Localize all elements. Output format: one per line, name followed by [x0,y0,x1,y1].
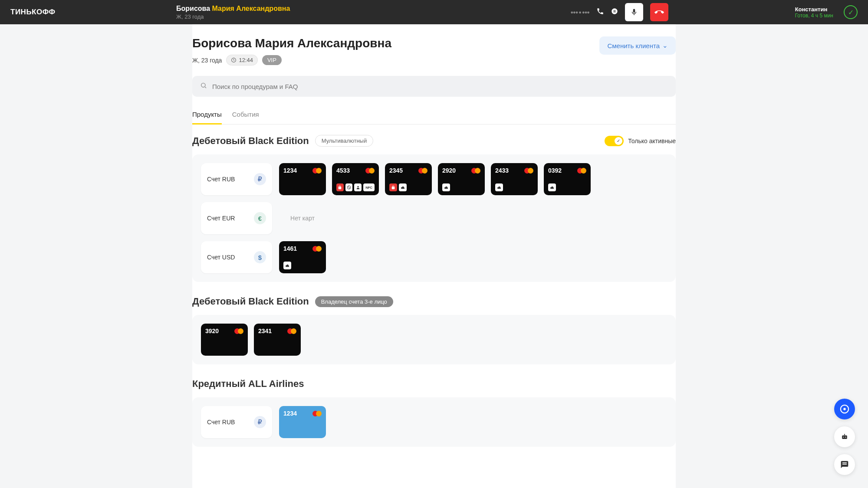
account-tile[interactable]: Счет RUB ₽ [201,163,272,195]
account-label: Счет RUB [207,419,235,426]
cards-strip: 1461 [279,241,326,273]
tab-events[interactable]: События [232,107,259,124]
mastercard-icon [577,168,586,174]
app-header: ТИНЬКОФФ Борисова Мария Александровна Ж,… [0,0,868,24]
card-tile[interactable]: 2433 [491,163,538,195]
phone-incoming-icon[interactable] [596,7,604,17]
mastercard-icon [312,168,322,174]
operator-name: Константин [795,6,833,13]
card-tile[interactable]: 2341 [254,324,301,356]
toggle-label: Только активные [628,138,676,144]
profile-meta-row: Ж, 23 года 12:44 VIP [192,55,391,66]
card-tile[interactable]: 4533 NFC [332,163,379,195]
section-title: Кредитный ALL Airlines [192,378,304,390]
account-label: Счет RUB [207,176,235,183]
search-box[interactable] [192,76,676,97]
header-first-mid: Мария Александровна [212,5,290,12]
card-last4: 1461 [283,245,297,252]
account-label: Счет USD [207,254,235,261]
currency-icon: ₽ [254,416,266,428]
active-only-toggle[interactable]: ✓ [605,136,624,146]
account-tile[interactable]: Счет RUB ₽ [201,406,272,438]
card-last4: 2433 [495,167,509,174]
mastercard-icon [524,168,533,174]
svg-point-3 [357,186,358,187]
card-tile[interactable]: 2920 [438,163,485,195]
clock-icon [231,57,237,63]
mastercard-icon [312,246,322,252]
local-time-pill: 12:44 [226,55,258,66]
mastercard-icon [234,328,243,334]
section-header: Дебетовый Black Edition Мультивалютный ✓… [192,135,676,147]
profile-title: Борисова Мария Александровна [192,36,391,50]
svg-point-5 [843,408,846,410]
mic-button[interactable] [625,3,643,21]
currency-icon: $ [254,251,266,263]
card-last4: 2345 [389,167,403,174]
logo: ТИНЬКОФФ [10,8,56,16]
account-tile[interactable]: Счет EUR € [201,202,272,234]
currency-icon: ₽ [254,173,266,185]
card-last4: 2341 [258,328,272,334]
switch-client-button[interactable]: Сменить клиента ⌄ [599,36,676,55]
cloud-icon [399,183,407,191]
svg-point-7 [843,437,844,438]
search-input[interactable] [212,83,668,90]
lock-icon [336,183,344,191]
card-last4: 1234 [283,167,297,174]
svg-point-1 [201,83,205,87]
profile-meta-text: Ж, 23 года [192,57,222,64]
fab-stack [834,399,855,475]
card-tile[interactable]: 1234 [279,406,326,438]
mastercard-icon [287,328,296,334]
product-block: Счет RUB ₽ 1234 [192,397,676,447]
card-tile[interactable]: 1234 [279,163,326,195]
fab-bot[interactable] [834,426,855,447]
section-chip: Мультивалютный [315,135,374,147]
section-title: Дебетовый Black Edition [192,296,309,307]
profile-header: Борисова Мария Александровна Ж, 23 года … [192,36,676,76]
header-last-name: Борисова [176,5,210,12]
account-row: 3920 2341 [201,324,667,356]
cloud-icon [495,183,503,191]
cloud-icon [442,183,450,191]
nfc-icon: NFC [363,183,375,191]
fab-chat[interactable] [834,454,855,475]
mastercard-icon [312,411,322,416]
card-last4: 3920 [205,328,219,334]
hangup-button[interactable] [650,3,668,21]
cards-strip: 3920 2341 [201,324,301,356]
no-cards-label: Нет карт [279,202,326,234]
user-icon [354,183,362,191]
card-tile[interactable]: 2345 [385,163,432,195]
account-row: Счет USD $ 1461 [201,241,667,273]
hold-icon[interactable] [611,8,618,16]
account-tile[interactable]: Счет USD $ [201,241,272,273]
header-client-name: Борисова Мария Александровна [176,5,290,13]
card-last4: 4533 [336,167,350,174]
redacted-icon: ●●● ● ●●● [570,10,589,15]
section-header: Дебетовый Black Edition Владелец счета 3… [192,296,676,307]
card-tile[interactable]: 3920 [201,324,248,356]
main-panel: Борисова Мария Александровна Ж, 23 года … [192,24,676,488]
card-last4: 2920 [442,167,456,174]
account-label: Счет EUR [207,215,235,222]
operator-block: Константин Готов, 4 ч 5 мин [795,6,833,19]
account-row: Счет RUB ₽ 1234 4533 NFC 2345 2920 2433 [201,163,667,195]
currency-icon: € [254,212,266,224]
card-tile[interactable]: 0392 [544,163,591,195]
cloud-icon [283,262,291,269]
search-icon [200,82,207,91]
active-only-toggle-row: ✓ Только активные [605,136,676,146]
switch-client-label: Сменить клиента [607,42,660,49]
fab-compass[interactable] [834,399,855,419]
svg-point-8 [845,437,846,438]
block-icon [345,183,353,191]
card-last4: 0392 [548,167,562,174]
tab-products[interactable]: Продукты [192,107,222,124]
cards-strip: 1234 4533 NFC 2345 2920 2433 0392 [279,163,591,195]
product-block: Счет RUB ₽ 1234 4533 NFC 2345 2920 2433 [192,154,676,282]
mastercard-icon [418,168,427,174]
card-tile[interactable]: 1461 [279,241,326,273]
chevron-down-icon: ⌄ [662,42,668,49]
